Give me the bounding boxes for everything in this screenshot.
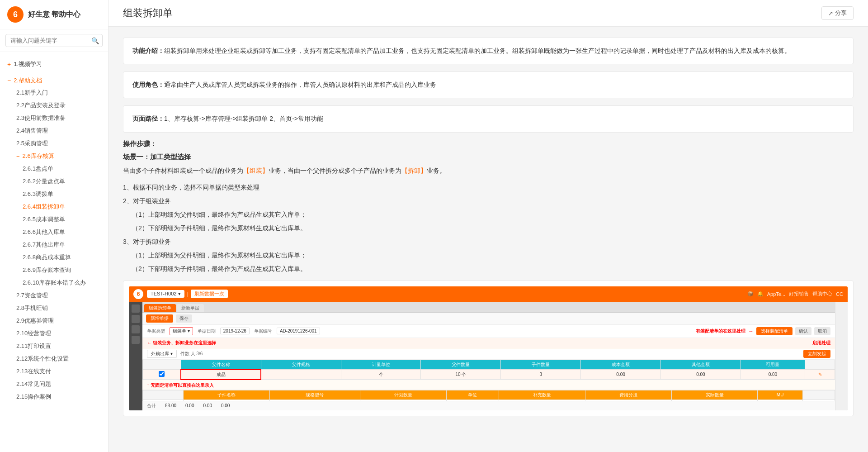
- annotation-4-area: ↑ 无固定清单可以直接在这里录入: [142, 380, 835, 390]
- nav-item-2-10[interactable]: 2.10经营管理: [13, 327, 103, 340]
- nav-item-2-2[interactable]: 2.2产品安装及登录: [13, 99, 103, 112]
- app-left-icon-3: [132, 325, 140, 333]
- lower-table: 子件名称 规格型号 计划数量 单位 补充数量 费用分担 实际数量 MU: [142, 390, 835, 401]
- nav-section-docs-header[interactable]: − 2.帮助文档: [5, 75, 103, 86]
- company-selector[interactable]: TEST-H002 ▾: [147, 290, 184, 298]
- nav-item-2-6-5[interactable]: 2.6.5成本调整单: [19, 213, 103, 226]
- app-title: 好生意 帮助中心: [28, 10, 80, 19]
- td-parent-name-1[interactable]: 成品: [181, 370, 261, 380]
- lth-unit2: 单位: [446, 390, 499, 400]
- lth-spec1: 规格型号: [269, 390, 360, 400]
- save-btn[interactable]: 保存: [176, 314, 192, 323]
- th-other: 其他金额: [661, 360, 741, 370]
- footer-val-1: 88.00: [165, 403, 176, 408]
- nav-item-2-11[interactable]: 2.11打印设置: [13, 340, 103, 352]
- nav-item-2-6-9[interactable]: 2.6.9库存账本查询: [19, 264, 103, 276]
- nav-item-2-8[interactable]: 2.8手机旺铺: [13, 302, 103, 314]
- main-content: 组装拆卸单 ↗ 分享 功能介绍：组装拆卸单用来处理企业组装或拆卸等加工业务，支持…: [108, 0, 868, 452]
- td-child-qty-1: 3: [501, 370, 581, 380]
- warehouse-input[interactable]: 外购出库 ▾: [147, 350, 177, 358]
- form-date-value: 2019-12-26: [220, 328, 250, 334]
- share-button[interactable]: ↗ 分享: [821, 6, 854, 20]
- footer-val-3: 0.00: [203, 403, 212, 408]
- scenario-title: 场景一：加工类型选择: [123, 153, 854, 162]
- app-name-3: 帮助中心: [812, 290, 832, 297]
- confirm-btn[interactable]: 确认: [795, 327, 811, 335]
- table-footer: 合计 88.00 0.00 0.00 0.00: [142, 401, 835, 410]
- nav-item-2-6-4[interactable]: 2.6.4组装拆卸单: [19, 200, 103, 213]
- app-bar: 6 TEST-H002 ▾ | 刷新数据一次 📦 🔔 AppTe... 好招销售…: [129, 286, 848, 302]
- nav-item-2-1[interactable]: 2.1新手入门: [13, 86, 103, 99]
- app-logo-inner: 6: [133, 289, 143, 299]
- form-type-value[interactable]: 组装单 ▾: [170, 327, 193, 335]
- nav-tree: + 1.视频学习 − 2.帮助文档 2.1新手入门 2.2产品安装及登录 2.3…: [0, 52, 108, 452]
- sub-form-right: 启用处理: [812, 340, 830, 346]
- lth-action: [802, 390, 835, 400]
- doc-tab-2[interactable]: 新新单据: [177, 304, 204, 312]
- app-content-wrap: 组装拆卸单 新新单据 新增单据 保存 单据类型 组装单 ▾ 单据日期: [129, 302, 848, 410]
- step-1: 1、根据不同的业务，选择不同单据的类型来处理: [123, 181, 854, 194]
- app-name-1: AppTe...: [767, 291, 785, 297]
- th-parent-spec: 父件规格: [261, 360, 341, 370]
- nav-item-2-3[interactable]: 2.3使用前数据准备: [13, 112, 103, 124]
- app-left-icon-1: [132, 305, 140, 313]
- nav-item-2-13[interactable]: 2.13在线支付: [13, 365, 103, 378]
- annotation-3-text: 启用处理: [812, 340, 830, 346]
- main-header: 组装拆卸单 ↗ 分享: [108, 0, 868, 27]
- nav-item-2-7[interactable]: 2.7资金管理: [13, 289, 103, 302]
- nav-item-2-12[interactable]: 2.12系统个性化设置: [13, 352, 103, 365]
- steps-main-title: 操作步骤：: [123, 140, 854, 148]
- th-child-qty: 子件数量: [501, 360, 581, 370]
- launch-btn[interactable]: 立刻发起: [803, 350, 830, 358]
- nav-section-video-header[interactable]: + 1.视频学习: [5, 58, 103, 70]
- td-avail-1: 0.00: [741, 370, 805, 380]
- minus-icon: −: [7, 77, 11, 84]
- td-other-1: 0.00: [661, 370, 741, 380]
- select-bom-btn[interactable]: 选择装配清单: [756, 327, 793, 335]
- app-left-bar: [129, 302, 142, 410]
- refresh-btn[interactable]: 刷新数据一次: [191, 290, 228, 298]
- nav-item-2-6-8[interactable]: 2.6.8商品成本重算: [19, 251, 103, 264]
- nav-sub-section-2-6: − 2.6库存核算 2.6.1盘点单 2.6.2分量盘点单 2.6.3调拨单 2…: [13, 150, 103, 289]
- doc-tabs: 组装拆卸单 新新单据: [142, 302, 835, 313]
- doc-tab-1[interactable]: 组装拆卸单: [144, 304, 176, 312]
- intro-block: 功能介绍：组装拆卸单用来处理企业组装或拆卸等加工业务，支持有固定装配清单的产品加…: [123, 38, 854, 64]
- app-bar-right: 📦 🔔 AppTe... 好招销售 帮助中心 CC: [747, 290, 843, 297]
- cancel-btn[interactable]: 取消: [814, 327, 830, 335]
- nav-item-2-6-3[interactable]: 2.6.3调拨单: [19, 188, 103, 200]
- footer-val-2: 0.00: [185, 403, 194, 408]
- nav-item-2-15[interactable]: 2.15操作案例: [13, 390, 103, 403]
- nav-item-2-9[interactable]: 2.9优惠券管理: [13, 314, 103, 327]
- edit-icon-1[interactable]: ✎: [818, 372, 822, 377]
- app-right-panel: [835, 302, 848, 410]
- lower-table-wrap: 子件名称 规格型号 计划数量 单位 补充数量 费用分担 实际数量 MU: [142, 390, 835, 401]
- nav-item-2-4[interactable]: 2.4销售管理: [13, 124, 103, 137]
- form-num-label: 单据编号: [254, 328, 272, 334]
- annotation-2-text: ← 组装业务、拆卸业务在这里选择: [147, 340, 216, 346]
- annotation-4-text: ↑ 无固定清单可以直接在这里录入: [147, 383, 214, 388]
- nav-item-2-6-6[interactable]: 2.6.6其他入库单: [19, 226, 103, 238]
- nav-item-2-6-7[interactable]: 2.6.7其他出库单: [19, 238, 103, 251]
- app-top-icon2: 🔔: [757, 291, 764, 297]
- annotation-1-arrow: →: [748, 328, 754, 334]
- nav-item-2-5[interactable]: 2.5采购管理: [13, 137, 103, 150]
- app-logo: 6: [7, 6, 24, 23]
- sidebar-header: 6 好生意 帮助中心: [0, 0, 108, 29]
- td-check-1[interactable]: [143, 370, 181, 380]
- search-icon: 🔍: [91, 37, 99, 44]
- nav-item-2-6-10[interactable]: 2.6.10库存账本错了么办: [19, 276, 103, 289]
- nav-item-2-6-2[interactable]: 2.6.2分量盘点单: [19, 175, 103, 188]
- nav-2-6-children: 2.6.1盘点单 2.6.2分量盘点单 2.6.3调拨单 2.6.4组装拆卸单 …: [13, 162, 103, 289]
- search-box[interactable]: 🔍: [0, 29, 108, 52]
- scenario-desc: 当由多个子件材料组装成一个成品的业务为【组装】业务，当由一个父件拆分成多个子产品…: [123, 165, 854, 176]
- td-action-1[interactable]: ✎: [805, 370, 835, 380]
- td-parent-spec-1: [261, 370, 341, 380]
- nav-item-2-6-1[interactable]: 2.6.1盘点单: [19, 162, 103, 175]
- separator: |: [187, 291, 189, 297]
- search-input[interactable]: [5, 34, 103, 47]
- lth-actual: 实际数量: [671, 390, 758, 400]
- new-btn[interactable]: 新增单据: [146, 314, 173, 323]
- nav-item-2-14[interactable]: 2.14常见问题: [13, 378, 103, 390]
- nav-item-2-6-header[interactable]: − 2.6库存核算: [13, 150, 103, 162]
- lth-child-name: 子件名称: [183, 390, 269, 400]
